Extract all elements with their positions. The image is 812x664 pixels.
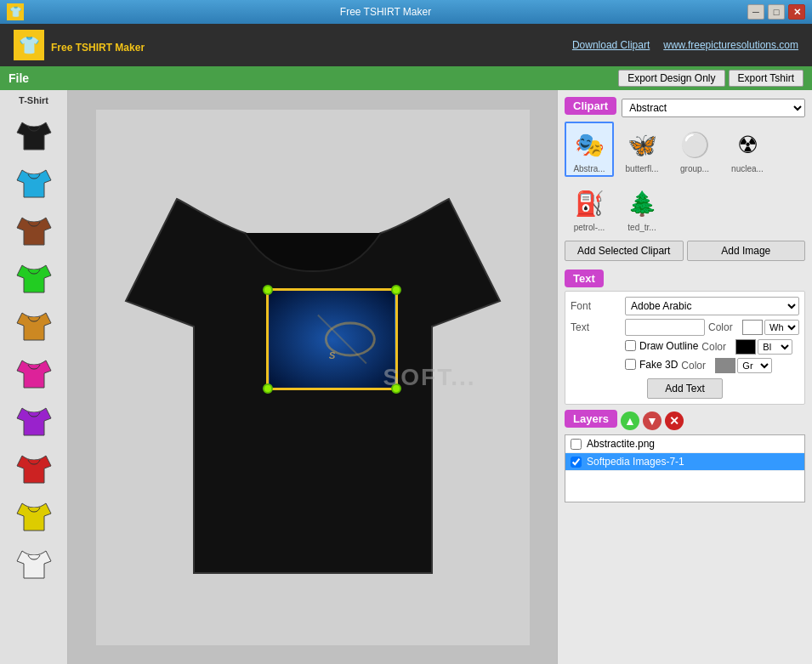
tshirt-colors <box>10 111 58 587</box>
outline-color-swatch <box>735 339 756 355</box>
tshirt-color-cyan[interactable] <box>10 158 58 206</box>
design-element[interactable]: S <box>266 288 398 390</box>
clipart-item-4[interactable]: ⛽ petrol-... <box>565 180 614 236</box>
website-link[interactable]: www.freepicturesolutions.com <box>663 39 798 51</box>
fake3d-checkbox[interactable] <box>625 359 636 370</box>
layer-checkbox-0[interactable] <box>571 439 582 450</box>
draw-outline-label: Draw Outline <box>639 340 698 352</box>
layers-list: Abstractite.png Softpedia Images-7-1 <box>565 434 805 502</box>
font-row: Font Adobe Arabic Arial Times New Roman <box>571 297 799 315</box>
layer-name-0: Abstractite.png <box>587 438 799 450</box>
clipart-thumb-4: ⛽ <box>570 184 609 223</box>
add-clipart-button[interactable]: Add Selected Clipart <box>565 241 684 261</box>
clipart-category-dropdown[interactable]: AbstractAnimalsNatureSportsSymbols <box>622 99 805 117</box>
text-color-label: Color <box>708 321 739 333</box>
export-design-button[interactable]: Export Design Only <box>618 70 724 87</box>
tshirt-color-white[interactable] <box>10 539 58 587</box>
layer-item-1[interactable]: Softpedia Images-7-1 <box>565 453 804 471</box>
tshirt-color-pink[interactable] <box>10 349 58 396</box>
clipart-section: Clipart AbstractAnimalsNatureSportsSymbo… <box>565 97 805 264</box>
handle-top-left[interactable] <box>263 285 273 295</box>
layer-checkbox-1[interactable] <box>571 457 582 468</box>
clipart-label-0: Abstra... <box>568 164 610 173</box>
handle-bottom-right[interactable] <box>391 383 401 394</box>
layers-section-label: Layers <box>565 410 617 428</box>
layer-name-1: Softpedia Images-7-1 <box>587 456 799 468</box>
header-logo-text: Free TSHIRT Maker <box>51 34 145 56</box>
clipart-item-3[interactable]: ☢ nuclea... <box>723 122 772 177</box>
clipart-grid: 🎭 Abstra...🦋 butterfl...⚪ group...☢ nucl… <box>565 122 805 236</box>
add-image-button[interactable]: Add Image <box>687 241 806 261</box>
fake3d-label: Fake 3D <box>639 359 678 371</box>
tshirt-color-yellow[interactable] <box>10 491 58 539</box>
header-links: Download Clipart www.freepicturesolution… <box>572 39 798 51</box>
add-text-row: Add Text <box>571 378 799 399</box>
clipart-item-2[interactable]: ⚪ group... <box>670 122 719 177</box>
layer-delete-button[interactable]: ✕ <box>665 411 684 430</box>
outline-row: Draw Outline Color Bl Wh <box>571 339 799 355</box>
fake3d-color-label: Color <box>681 360 712 372</box>
clipart-label-4: petrol-... <box>568 223 610 232</box>
file-menu[interactable]: File <box>9 71 29 85</box>
layer-up-button[interactable]: ▲ <box>621 411 639 430</box>
menubar-buttons: Export Design Only Export Tshirt <box>618 70 803 87</box>
tshirt-color-red[interactable] <box>10 444 58 491</box>
header-logo: 👕 Free TSHIRT Maker <box>14 30 145 60</box>
clipart-label-1: butterfl... <box>621 164 663 173</box>
menubar: File Export Design Only Export Tshirt <box>0 66 812 90</box>
header: 👕 Free TSHIRT Maker Download Clipart www… <box>0 24 812 66</box>
layer-item-0[interactable]: Abstractite.png <box>565 435 804 453</box>
text-section: Text Font Adobe Arabic Arial Times New R… <box>565 270 805 405</box>
clipart-item-0[interactable]: 🎭 Abstra... <box>565 122 614 177</box>
logo-tshirt: TSHIRT <box>76 42 112 54</box>
fake3d-checkbox-row: Fake 3D <box>625 359 678 371</box>
tshirt-color-purple[interactable] <box>10 396 58 444</box>
clipart-thumb-0: 🎭 <box>570 125 609 164</box>
minimize-button[interactable]: ─ <box>747 4 764 20</box>
export-tshirt-button[interactable]: Export Tshirt <box>729 70 803 87</box>
clipart-item-5[interactable]: 🌲 ted_tr... <box>617 180 667 236</box>
text-input[interactable] <box>625 319 705 336</box>
canvas-wrapper: S SOFT... <box>96 110 530 645</box>
tshirt-display: S SOFT... <box>109 131 517 624</box>
layers-section: Layers ▲ ▼ ✕ Abstractite.png Softpedia I… <box>565 410 805 502</box>
download-clipart-link[interactable]: Download Clipart <box>572 39 650 51</box>
clipart-thumb-5: 🌲 <box>622 184 662 223</box>
tshirt-color-brown[interactable] <box>10 206 58 253</box>
svg-rect-0 <box>269 291 394 388</box>
fake3d-color-dropdown[interactable]: Gr Bl Wh <box>737 358 772 373</box>
close-button[interactable]: ✕ <box>788 4 805 20</box>
layer-down-button[interactable]: ▼ <box>643 411 662 430</box>
add-text-button[interactable]: Add Text <box>647 378 722 399</box>
clipart-thumb-3: ☢ <box>728 125 767 164</box>
tshirt-color-green[interactable] <box>10 253 58 301</box>
clipart-label-3: nuclea... <box>726 164 769 173</box>
text-input-row: Text Color Wh Bl Re <box>571 319 799 336</box>
text-section-body: Font Adobe Arabic Arial Times New Roman … <box>565 291 805 405</box>
draw-outline-checkbox[interactable] <box>625 340 636 351</box>
clipart-item-1[interactable]: 🦋 butterfl... <box>617 122 667 177</box>
clipart-thumb-2: ⚪ <box>675 125 714 164</box>
handle-top-right[interactable] <box>391 285 401 295</box>
clipart-section-label: Clipart <box>565 97 616 115</box>
outline-color-dropdown[interactable]: Bl Wh <box>758 339 792 355</box>
clipart-label-5: ted_tr... <box>621 223 663 232</box>
outline-checkbox-row: Draw Outline <box>625 340 698 352</box>
font-label: Font <box>571 300 622 312</box>
tshirt-panel-label: T-Shirt <box>19 95 48 105</box>
tshirt-color-orange[interactable] <box>10 301 58 349</box>
tshirt-icon: 👕 <box>14 30 44 60</box>
handle-bottom-left[interactable] <box>263 383 273 394</box>
text-color-dropdown[interactable]: Wh Bl Re <box>764 320 799 335</box>
tshirt-color-black[interactable] <box>10 111 58 158</box>
right-panel: Clipart AbstractAnimalsNatureSportsSymbo… <box>557 90 812 664</box>
left-panel: T-Shirt <box>0 90 68 664</box>
font-dropdown[interactable]: Adobe Arabic Arial Times New Roman <box>625 297 799 315</box>
clipart-header-row: Clipart AbstractAnimalsNatureSportsSymbo… <box>565 97 805 118</box>
maximize-button[interactable]: □ <box>768 4 785 20</box>
logo-maker: Maker <box>112 42 145 54</box>
layers-header-row: Layers ▲ ▼ ✕ <box>565 410 805 431</box>
design-s-letter: S <box>269 291 395 388</box>
clipart-thumb-1: 🦋 <box>622 125 662 164</box>
main-content: T-Shirt <box>0 90 812 664</box>
